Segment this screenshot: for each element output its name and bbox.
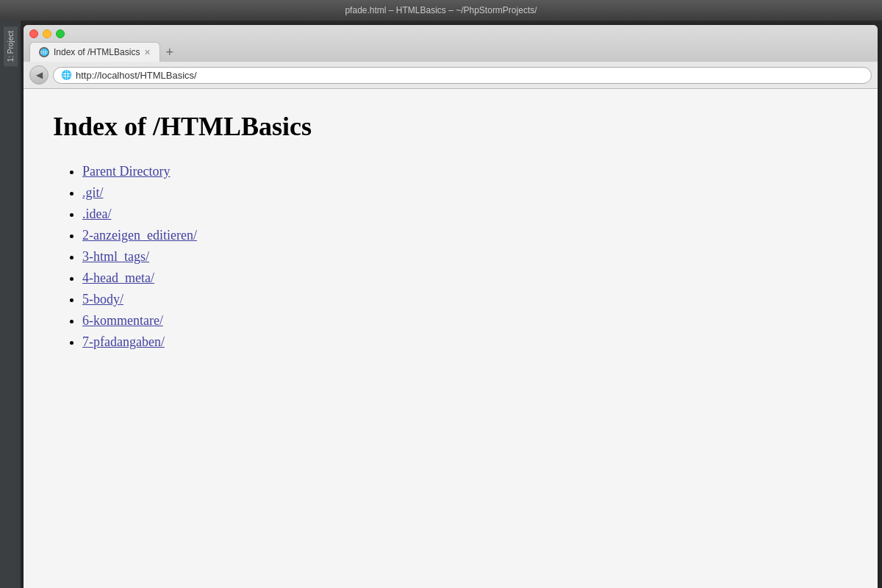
directory-link[interactable]: 5-body/ — [82, 292, 123, 306]
list-item: 4-head_meta/ — [82, 270, 848, 286]
url-text: http://localhost/HTMLBasics/ — [76, 70, 197, 81]
list-item: 5-body/ — [82, 292, 848, 307]
browser-nav: ◀ 🌐 http://localhost/HTMLBasics/ — [24, 62, 878, 89]
list-item: 2-anzeigen_editieren/ — [82, 228, 848, 243]
list-item: 6-kommentare/ — [82, 313, 848, 329]
sidebar-item-project[interactable]: 1: Project — [4, 26, 18, 66]
maximize-button[interactable] — [56, 29, 65, 38]
directory-link[interactable]: 3-html_tags/ — [82, 249, 149, 264]
traffic-lights — [29, 29, 872, 38]
browser-container: 🌐 Index of /HTMLBasics × + ◀ 🌐 http://lo… — [24, 25, 878, 588]
minimize-button[interactable] — [43, 29, 51, 38]
tab-label: Index of /HTMLBasics — [54, 47, 140, 57]
directory-link[interactable]: 4-head_meta/ — [82, 270, 154, 285]
new-tab-button[interactable]: + — [162, 45, 179, 60]
title-bar-text: pfade.html – HTMLBasics – ~/PhpStormProj… — [345, 5, 537, 15]
active-tab[interactable]: 🌐 Index of /HTMLBasics × — [29, 42, 160, 62]
globe-icon: 🌐 — [61, 70, 71, 80]
address-bar[interactable]: 🌐 http://localhost/HTMLBasics/ — [53, 67, 872, 84]
list-item: .idea/ — [82, 207, 848, 222]
tab-favicon: 🌐 — [39, 47, 49, 57]
directory-link[interactable]: 6-kommentare/ — [82, 313, 163, 328]
browser-chrome: 🌐 Index of /HTMLBasics × + — [24, 25, 878, 62]
browser-tabs: 🌐 Index of /HTMLBasics × + — [29, 42, 872, 62]
close-button[interactable] — [29, 29, 38, 38]
back-button[interactable]: ◀ — [29, 65, 49, 85]
title-bar: pfade.html – HTMLBasics – ~/PhpStormProj… — [0, 0, 882, 21]
close-tab-button[interactable]: × — [144, 46, 150, 58]
directory-link[interactable]: .idea/ — [82, 207, 111, 221]
directory-link[interactable]: 7-pfadangaben/ — [82, 334, 165, 349]
list-item: 7-pfadangaben/ — [82, 334, 848, 350]
page-title: Index of /HTMLBasics — [53, 111, 848, 142]
directory-link[interactable]: 2-anzeigen_editieren/ — [82, 228, 197, 243]
browser-content: Index of /HTMLBasics Parent Directory.gi… — [24, 89, 878, 588]
list-item: 3-html_tags/ — [82, 249, 848, 265]
directory-link[interactable]: .git/ — [82, 185, 104, 200]
list-item: Parent Directory — [82, 164, 848, 179]
list-item: .git/ — [82, 185, 848, 201]
directory-link[interactable]: Parent Directory — [82, 164, 170, 179]
ide-wrapper: 1: Project 🌐 Index of /HTMLBasics × + ◀ — [0, 21, 882, 588]
directory-list: Parent Directory.git/.idea/2-anzeigen_ed… — [53, 164, 848, 350]
ide-sidebar: 1: Project — [0, 21, 21, 588]
